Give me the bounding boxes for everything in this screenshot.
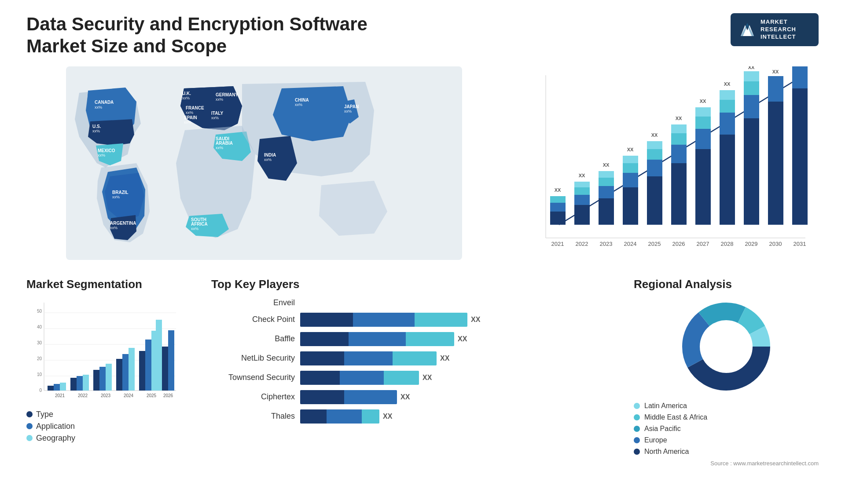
legend-dot-geo [26, 435, 33, 441]
svg-text:2030: 2030 [769, 241, 782, 247]
player-bar-wrap-ciphertex: XX [300, 390, 616, 404]
regional-legend-apac: Asia Pacific [634, 425, 819, 433]
svg-text:ARGENTINA: ARGENTINA [110, 221, 136, 226]
player-row-netlib: NetLib Security XX [211, 351, 616, 365]
player-val-netlib: XX [440, 354, 449, 362]
player-bar-thales [300, 409, 379, 424]
world-map-svg: CANADA xx% U.S. xx% MEXICO xx% BRAZIL xx… [26, 66, 502, 260]
svg-text:2031: 2031 [794, 241, 806, 247]
svg-text:XX: XX [603, 162, 610, 168]
player-bar-wrap-townsend: XX [300, 371, 616, 385]
regional-box: Regional Analysis [634, 278, 819, 467]
legend-label-geo: Geography [36, 434, 75, 443]
svg-rect-43 [574, 205, 590, 225]
svg-rect-86 [792, 88, 808, 225]
player-row-baffle: Baffle XX [211, 332, 616, 346]
bottom-section: Market Segmentation 0 10 20 30 40 50 60 [26, 278, 819, 467]
svg-text:ARABIA: ARABIA [216, 141, 233, 146]
svg-text:XX: XX [627, 147, 634, 152]
svg-rect-74 [720, 113, 735, 135]
regional-legend-na: North America [634, 448, 819, 456]
svg-rect-116 [60, 383, 66, 391]
svg-rect-56 [623, 156, 638, 163]
svg-text:2026: 2026 [163, 393, 173, 398]
svg-text:2029: 2029 [745, 241, 758, 247]
players-box: Top Key Players Enveil Check Point [211, 278, 616, 429]
svg-rect-49 [599, 186, 614, 198]
legend-dot-type [26, 411, 33, 417]
svg-rect-114 [48, 386, 54, 391]
svg-text:XX: XX [748, 66, 755, 70]
player-bar-wrap-checkpoint: XX [300, 313, 616, 327]
svg-text:CANADA: CANADA [95, 100, 114, 105]
regional-title: Regional Analysis [634, 278, 819, 291]
svg-rect-76 [720, 90, 735, 100]
svg-rect-119 [77, 376, 83, 391]
svg-rect-75 [720, 100, 735, 113]
svg-text:XX: XX [579, 173, 585, 178]
regional-dot-europe [634, 437, 640, 443]
svg-rect-66 [671, 124, 687, 133]
player-bar-wrap-baffle: XX [300, 332, 616, 346]
regional-label-mea: Middle East & Africa [644, 413, 707, 421]
svg-text:BRAZIL: BRAZIL [112, 190, 129, 195]
svg-rect-59 [647, 160, 662, 176]
svg-text:XX: XX [700, 99, 706, 104]
svg-text:2022: 2022 [78, 393, 88, 398]
svg-rect-80 [744, 81, 759, 95]
main-title: Data Security and Encryption Software Ma… [26, 13, 422, 58]
svg-rect-84 [768, 76, 783, 102]
regional-dot-latin [634, 403, 640, 409]
svg-text:20: 20 [37, 356, 42, 361]
svg-rect-65 [671, 133, 687, 145]
svg-text:2023: 2023 [600, 241, 613, 247]
player-row-checkpoint: Check Point XX [211, 313, 616, 327]
svg-text:INDIA: INDIA [264, 153, 276, 157]
svg-rect-54 [623, 173, 638, 187]
svg-rect-60 [647, 149, 662, 160]
svg-text:2024: 2024 [624, 241, 637, 247]
donut-container [678, 298, 775, 395]
regional-label-na: North America [644, 448, 689, 456]
player-bar-ciphertex [300, 390, 397, 404]
header: Data Security and Encryption Software Ma… [26, 13, 819, 58]
svg-rect-53 [623, 187, 638, 225]
logo-text: MARKET RESEARCH INTELLECT [760, 18, 796, 41]
bar-chart-container: XX XX XX XX [519, 66, 819, 260]
regional-dot-na [634, 449, 640, 455]
regional-legend-latin: Latin America [634, 402, 819, 410]
svg-text:2025: 2025 [648, 241, 661, 247]
player-val-thales: XX [383, 413, 392, 420]
regional-label-europe: Europe [644, 436, 667, 444]
svg-text:xx%: xx% [344, 109, 352, 113]
svg-text:U.S.: U.S. [92, 124, 101, 129]
svg-text:0: 0 [39, 388, 42, 393]
svg-rect-126 [116, 359, 122, 391]
svg-text:40: 40 [37, 325, 42, 329]
segmentation-chart: 0 10 20 30 40 50 60 2021 [26, 298, 185, 404]
svg-text:2027: 2027 [697, 241, 709, 247]
svg-rect-124 [106, 364, 112, 391]
svg-text:xx%: xx% [184, 120, 191, 124]
svg-rect-58 [647, 176, 662, 225]
player-name-checkpoint: Check Point [211, 315, 295, 324]
player-bar-netlib [300, 351, 437, 365]
player-row-thales: Thales XX [211, 409, 616, 424]
player-bar-baffle [300, 332, 454, 346]
player-bar-wrap-netlib: XX [300, 351, 616, 365]
svg-text:2025: 2025 [147, 393, 157, 398]
segmentation-box: Market Segmentation 0 10 20 30 40 50 60 [26, 278, 194, 446]
regional-legend-mea: Middle East & Africa [634, 413, 819, 421]
svg-text:xx%: xx% [182, 96, 190, 100]
svg-rect-63 [671, 163, 687, 225]
svg-rect-118 [70, 378, 77, 391]
player-val-baffle: XX [458, 335, 467, 343]
svg-rect-83 [768, 102, 783, 225]
svg-rect-48 [599, 198, 614, 225]
svg-text:xx%: xx% [186, 110, 193, 115]
regional-label-latin: Latin America [644, 402, 687, 410]
regional-label-apac: Asia Pacific [644, 425, 681, 433]
player-bar-townsend [300, 371, 419, 385]
svg-rect-81 [744, 71, 759, 81]
svg-point-143 [702, 322, 750, 371]
